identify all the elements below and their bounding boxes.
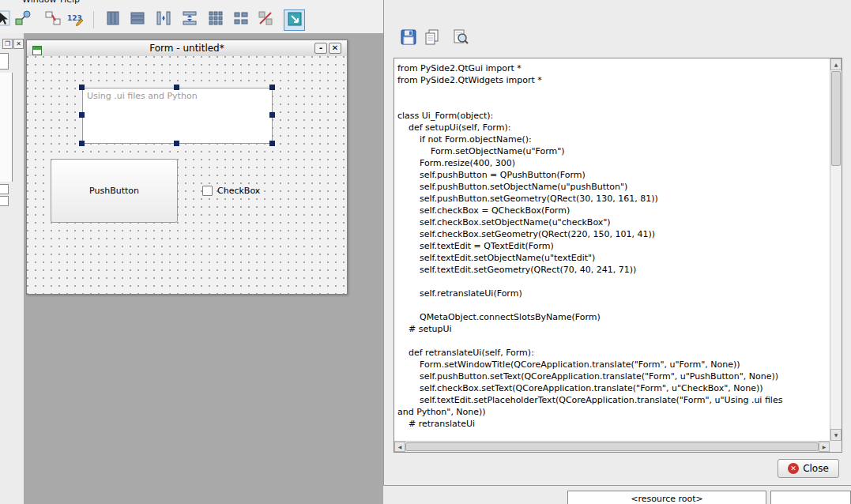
dock-close-icon: ✕ (16, 40, 21, 47)
close-icon: ✕ (332, 43, 338, 52)
scroll-left-icon: ◀ (398, 444, 402, 449)
close-dialog-button[interactable]: ✕ Close (778, 459, 839, 478)
edit-buddies-icon (44, 9, 62, 30)
edit-buddies-button[interactable] (43, 9, 63, 30)
widgetbox-item[interactable] (0, 184, 9, 194)
pushbutton-label: PushButton (89, 186, 139, 196)
layout-splitter-vertical-icon (181, 9, 198, 30)
layout-splitter-vertical-button[interactable] (179, 9, 200, 30)
close-window-button[interactable]: ✕ (329, 43, 341, 54)
break-layout-icon (257, 9, 274, 30)
edit-signals-slots-icon (14, 9, 32, 30)
find-button[interactable] (450, 28, 471, 49)
resource-side-pane[interactable] (770, 491, 851, 504)
layout-vertical-button[interactable] (127, 9, 148, 30)
selection-handle[interactable] (79, 112, 85, 118)
form-window-titlebar[interactable]: Form - untitled* - ✕ (27, 40, 347, 57)
menu-window[interactable]: Window (22, 0, 56, 6)
adjust-size-icon (286, 10, 303, 31)
minimize-icon: - (319, 43, 322, 52)
pushbutton-widget[interactable]: PushButton (51, 159, 178, 223)
code-view-area: from PySide2.QtGui import * from PySide2… (393, 58, 842, 453)
horizontal-scrollbar[interactable]: ◀ ▶ (394, 441, 830, 452)
layout-grid-button[interactable] (205, 9, 226, 30)
close-dialog-icon: ✕ (788, 463, 799, 474)
selection-handle[interactable] (174, 85, 179, 90)
checkbox-widget[interactable]: CheckBox (202, 175, 282, 207)
break-layout-button[interactable] (255, 9, 276, 30)
layout-splitter-horizontal-button[interactable] (153, 9, 174, 30)
form-editor-window: Form - untitled* - ✕ Using .ui files and… (26, 39, 348, 295)
widgetbox-filter-input[interactable] (0, 53, 9, 70)
widgetbox-list[interactable] (0, 73, 13, 182)
layout-horizontal-button[interactable] (103, 9, 123, 30)
form-window-title: Form - untitled* (27, 43, 347, 54)
menu-help[interactable]: Help (60, 0, 80, 6)
layout-form-icon (232, 9, 250, 30)
layout-form-button[interactable] (231, 9, 251, 30)
selection-handle[interactable] (269, 141, 275, 146)
checkbox-indicator[interactable] (202, 186, 213, 196)
edit-signals-slots-button[interactable] (13, 9, 33, 30)
minimize-button[interactable]: - (314, 43, 327, 54)
textedit-widget[interactable]: Using .ui files and Python (82, 88, 273, 144)
edit-widgets-icon (0, 9, 11, 30)
edit-tab-order-icon: 123 (66, 11, 84, 28)
vertical-scrollbar[interactable]: ▲ ▼ (830, 58, 842, 441)
selection-handle[interactable] (269, 85, 275, 90)
adjust-size-button[interactable] (284, 9, 305, 31)
scrollbar-corner (830, 441, 842, 452)
selection-handle[interactable] (79, 141, 85, 146)
resource-root-item[interactable]: <resource root> (567, 491, 766, 504)
scroll-right-icon: ▶ (823, 444, 827, 449)
resource-root-label: <resource root> (631, 494, 703, 504)
horizontal-scroll-thumb[interactable] (405, 442, 819, 451)
layout-vertical-icon (129, 9, 146, 30)
vertical-scroll-thumb[interactable] (831, 71, 841, 166)
find-icon (451, 28, 470, 50)
scroll-down-button[interactable]: ▼ (830, 429, 842, 441)
selection-handle[interactable] (269, 112, 275, 118)
qt-designer-screen: Window Help 123 (0, 0, 851, 504)
bottom-panel-area: <resource root> (383, 486, 851, 504)
scroll-left-button[interactable]: ◀ (394, 442, 405, 452)
form-canvas[interactable]: Using .ui files and Python PushButton Ch… (27, 56, 347, 294)
selection-handle[interactable] (174, 141, 179, 146)
checkbox-label: CheckBox (217, 186, 260, 196)
copy-button[interactable] (422, 28, 442, 49)
textedit-placeholder: Using .ui files and Python (87, 91, 198, 101)
edit-widgets-button[interactable] (0, 9, 13, 30)
dock-float-button[interactable]: ❐ (2, 39, 13, 49)
dock-float-icon: ❐ (5, 40, 10, 47)
dock-close-button[interactable]: ✕ (13, 39, 24, 49)
toolbar-separator (93, 11, 94, 28)
edit-tab-order-button[interactable]: 123 (65, 9, 85, 30)
left-dock-strip: ❐ ✕ (0, 33, 24, 504)
scroll-right-button[interactable]: ▶ (819, 442, 830, 452)
layout-grid-icon (207, 9, 224, 30)
widgetbox-item[interactable] (0, 196, 9, 206)
layout-splitter-horizontal-icon (155, 9, 172, 30)
selection-handle[interactable] (79, 85, 85, 90)
copy-icon (423, 28, 442, 50)
scroll-down-icon: ▼ (834, 432, 838, 438)
scroll-up-button[interactable]: ▲ (830, 58, 842, 70)
layout-horizontal-icon (104, 9, 122, 30)
save-icon (399, 28, 418, 50)
code-preview-dialog: from PySide2.QtGui import * from PySide2… (383, 0, 851, 486)
close-dialog-label: Close (803, 463, 829, 474)
scroll-up-icon: ▲ (834, 62, 838, 67)
code-view[interactable]: from PySide2.QtGui import * from PySide2… (394, 58, 830, 441)
save-button[interactable] (398, 28, 419, 49)
